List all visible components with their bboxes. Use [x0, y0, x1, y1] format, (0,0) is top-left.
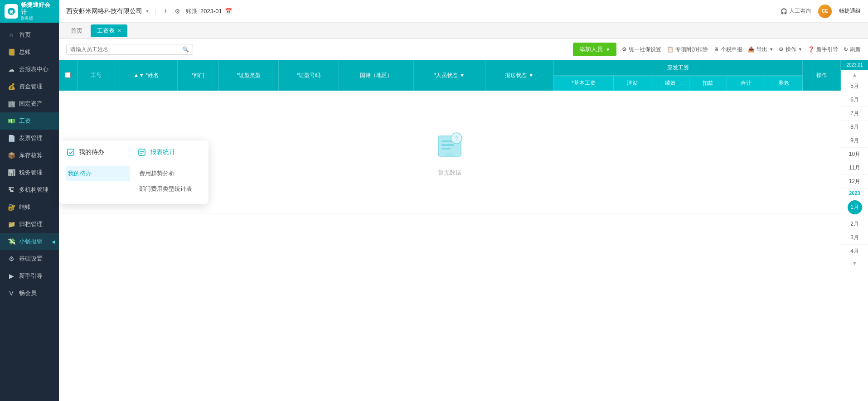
sidebar-item-invoice[interactable]: 📄 发票管理	[0, 130, 59, 147]
dept-header: *部门	[177, 60, 218, 91]
sidebar-item-fund[interactable]: 💰 资金管理	[0, 78, 59, 95]
timeline-month-jun[interactable]: 6月	[841, 93, 868, 107]
svg-text:?: ?	[455, 135, 458, 142]
cloud-icon: ☁	[7, 66, 15, 73]
payroll-group-header: 应发工资	[553, 60, 803, 76]
tax-report-action[interactable]: 🖥 个税申报	[713, 46, 742, 53]
home-icon: ⌂	[7, 31, 15, 39]
id-type-header: *证型类型	[219, 60, 279, 91]
sidebar-item-basic-settings[interactable]: ⚙ 基础设置	[0, 250, 59, 267]
timeline-month-jul[interactable]: 7月	[841, 107, 868, 121]
svg-text:畅: 畅	[10, 10, 13, 14]
export-icon: 📤	[748, 46, 755, 53]
timeline-month-may[interactable]: 5月	[841, 80, 868, 93]
chevron-left-icon: ◀	[52, 239, 55, 244]
timeline-down-nav[interactable]: ▼	[850, 258, 859, 268]
special-deduction-action[interactable]: 📋 专项附加扣除	[667, 46, 708, 53]
svg-rect-10	[139, 149, 145, 155]
tab-home[interactable]: 首页	[64, 24, 89, 37]
subsidy-sub-header: 津贴	[613, 76, 651, 91]
add-person-dropdown-icon: ▼	[606, 47, 610, 52]
empty-state-illustration: ?	[432, 127, 468, 163]
timeline-current-month[interactable]: 1月	[848, 200, 862, 215]
select-all-checkbox[interactable]	[65, 72, 71, 78]
social-security-icon: ⚙	[622, 46, 627, 53]
refresh-label: 刷新	[850, 46, 861, 53]
search-input[interactable]	[70, 46, 179, 53]
sidebar-label-inventory: 库存核算	[19, 151, 43, 159]
closing-icon: 🔐	[7, 203, 15, 211]
app-title: 畅捷通好会计	[21, 1, 54, 15]
operations-action[interactable]: ⚙ 操作 ▼	[779, 46, 802, 53]
sidebar-label-archive: 归档管理	[19, 220, 43, 228]
search-box[interactable]: 🔍	[66, 44, 193, 55]
app-subtitle: 财务版	[21, 15, 54, 21]
personnel-filter-icon[interactable]: ▼	[460, 72, 465, 78]
new-guide-action[interactable]: ❓ 新手引导	[808, 46, 838, 53]
search-icon: 🔍	[182, 46, 189, 53]
dropdown-item-my-todo[interactable]: 我的待办	[66, 166, 130, 181]
support-button[interactable]: 🎧 人工咨询	[781, 7, 811, 15]
todo-section-label: 我的待办	[79, 148, 104, 156]
app-logo[interactable]: 畅 畅捷通好会计 财务版	[0, 0, 59, 23]
sidebar-item-salary[interactable]: 💵 工资	[0, 112, 59, 130]
dropdown-item-dept-expense[interactable]: 部门费用类型统计表	[137, 181, 201, 197]
sidebar-item-xiaochang[interactable]: 💸 小畅报销 ◀	[0, 233, 59, 250]
tab-salary[interactable]: 工资表 ✕	[91, 24, 127, 37]
social-security-action[interactable]: ⚙ 统一社保设置	[622, 46, 661, 53]
sidebar-label-multi-org: 多机构管理	[19, 186, 48, 194]
country-header: 国籍（地区）	[339, 60, 413, 91]
export-action[interactable]: 📤 导出 ▼	[748, 46, 773, 53]
svg-rect-4	[441, 144, 454, 146]
timeline-up-nav[interactable]: ▲	[850, 70, 859, 80]
header-settings-icon[interactable]: ⚙	[175, 8, 180, 15]
sidebar: 畅 畅捷通好会计 财务版 ⌂ 首页 📒 总账 ☁ 云报表中心 💰 资金管理 🏢 …	[0, 0, 59, 401]
name-header: ▲▼ *姓名	[115, 60, 177, 91]
sidebar-label-closing: 结账	[19, 203, 31, 211]
add-person-button[interactable]: 添加人员 ▼	[573, 43, 616, 56]
timeline-month-nov[interactable]: 11月	[841, 161, 868, 175]
timeline-month-oct[interactable]: 10月	[841, 148, 868, 161]
sidebar-item-inventory[interactable]: 📦 库存核算	[0, 147, 59, 164]
social-security-label: 统一社保设置	[629, 46, 661, 53]
calendar-icon[interactable]: 📅	[225, 8, 232, 14]
refresh-action[interactable]: ↻ 刷新	[844, 46, 861, 53]
timeline-month-apr[interactable]: 4月	[841, 245, 868, 258]
dropdown-item-expense-trend[interactable]: 费用趋势分析	[137, 166, 201, 181]
accounting-period: 账期 2023-01 📅	[186, 7, 232, 15]
sidebar-item-home[interactable]: ⌂ 首页	[0, 26, 59, 43]
sidebar-item-ledger[interactable]: 📒 总账	[0, 43, 59, 61]
sidebar-item-cloud-report[interactable]: ☁ 云报表中心	[0, 61, 59, 78]
user-name[interactable]: 畅捷通组	[839, 7, 861, 15]
toolbar-right: 添加人员 ▼ ⚙ 统一社保设置 📋 专项附加扣除 🖥 个税申报 📤 导出 ▼	[573, 43, 861, 56]
sidebar-item-new-guide[interactable]: ▶ 新手引导	[0, 267, 59, 285]
sidebar-item-archive[interactable]: 📁 归档管理	[0, 216, 59, 233]
employee-no-header: 工号	[77, 60, 115, 91]
report-filter-icon[interactable]: ▼	[529, 72, 534, 78]
timeline-month-aug[interactable]: 8月	[841, 121, 868, 134]
timeline-current-month-wrapper: 1月	[848, 198, 862, 217]
timeline-month-mar[interactable]: 3月	[841, 231, 868, 245]
content-area: 工号 ▲▼ *姓名 *部门 *证型类型 *证型号码 国籍（地区） *人员状态 ▼	[59, 60, 868, 401]
tab-close-icon[interactable]: ✕	[117, 28, 121, 33]
company-selector[interactable]: 西安虾米网络科技有限公司 ▼	[66, 7, 150, 15]
sidebar-label-invoice: 发票管理	[19, 134, 43, 142]
timeline-month-feb[interactable]: 2月	[841, 217, 868, 231]
dropdown-col-todo: 我的待办 我的待办	[66, 148, 130, 197]
sidebar-item-closing[interactable]: 🔐 结账	[0, 198, 59, 216]
salary-icon: 💵	[7, 117, 15, 125]
select-all-header	[59, 60, 77, 91]
sidebar-item-member[interactable]: V 畅会员	[0, 285, 59, 302]
operation-header: 操作	[803, 60, 841, 91]
sidebar-label-tax: 税务管理	[19, 169, 43, 177]
personnel-status-header: *人员状态 ▼	[414, 60, 485, 91]
sidebar-item-multi-org[interactable]: 🏗 多机构管理	[0, 181, 59, 198]
sidebar-label-guide: 新手引导	[19, 272, 43, 280]
timeline-year: 2023	[847, 188, 862, 198]
sidebar-item-fixed-assets[interactable]: 🏢 固定资产	[0, 95, 59, 112]
sidebar-label-xiaochang: 小畅报销	[19, 237, 43, 246]
timeline-month-dec[interactable]: 12月	[841, 175, 868, 188]
header-add-button[interactable]: ＋	[162, 6, 169, 16]
sidebar-item-tax[interactable]: 📊 税务管理	[0, 164, 59, 181]
timeline-month-sep[interactable]: 9月	[841, 134, 868, 148]
